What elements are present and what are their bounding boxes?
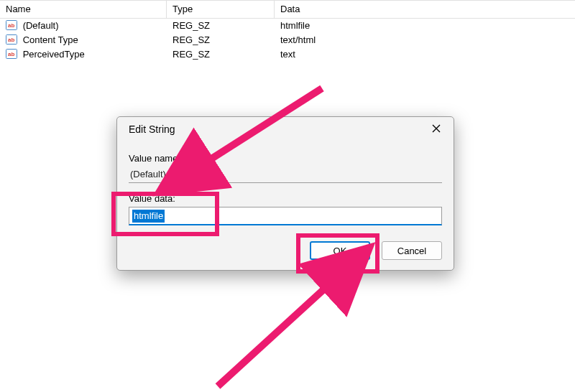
row-type: REG_SZ bbox=[167, 47, 275, 62]
table-row[interactable]: ab Content Type REG_SZ text/html bbox=[0, 33, 575, 47]
column-header-name[interactable]: Name bbox=[0, 1, 167, 18]
registry-list: Name Type Data ab (Default) REG_SZ htmlf… bbox=[0, 0, 575, 62]
string-value-icon: ab bbox=[6, 49, 17, 59]
dialog-titlebar[interactable]: Edit String bbox=[117, 117, 454, 141]
column-header-type[interactable]: Type bbox=[167, 1, 275, 18]
row-name: Content Type bbox=[23, 34, 78, 45]
svg-text:ab: ab bbox=[8, 51, 14, 57]
row-type: REG_SZ bbox=[167, 33, 275, 47]
row-name: (Default) bbox=[23, 20, 59, 31]
edit-string-dialog: Edit String Value name: (Default) Value … bbox=[116, 116, 454, 271]
row-data: htmlfile bbox=[275, 19, 575, 33]
value-data-label: Value data: bbox=[129, 193, 442, 204]
string-value-icon: ab bbox=[6, 20, 17, 30]
dialog-title: Edit String bbox=[129, 123, 175, 135]
value-data-text: htmlfile bbox=[132, 210, 165, 223]
string-value-icon: ab bbox=[6, 34, 17, 45]
ok-button[interactable]: OK bbox=[310, 241, 370, 260]
svg-text:ab: ab bbox=[8, 22, 14, 29]
table-row[interactable]: ab (Default) REG_SZ htmlfile bbox=[0, 19, 575, 33]
svg-line-7 bbox=[218, 286, 328, 386]
cancel-button[interactable]: Cancel bbox=[382, 241, 442, 260]
value-name-label: Value name: bbox=[129, 153, 442, 164]
close-icon bbox=[432, 117, 441, 141]
row-data: text bbox=[275, 47, 575, 62]
column-header-data[interactable]: Data bbox=[275, 1, 575, 18]
value-name-field: (Default) bbox=[129, 167, 442, 183]
annotation-arrow-ok-button bbox=[207, 273, 351, 392]
row-type: REG_SZ bbox=[167, 19, 275, 33]
close-button[interactable] bbox=[419, 117, 454, 141]
registry-columns-header: Name Type Data bbox=[0, 1, 575, 19]
svg-text:ab: ab bbox=[8, 37, 14, 43]
value-data-input[interactable]: htmlfile bbox=[129, 207, 442, 225]
table-row[interactable]: ab PerceivedType REG_SZ text bbox=[0, 47, 575, 62]
row-data: text/html bbox=[275, 33, 575, 47]
row-name: PerceivedType bbox=[23, 49, 85, 60]
